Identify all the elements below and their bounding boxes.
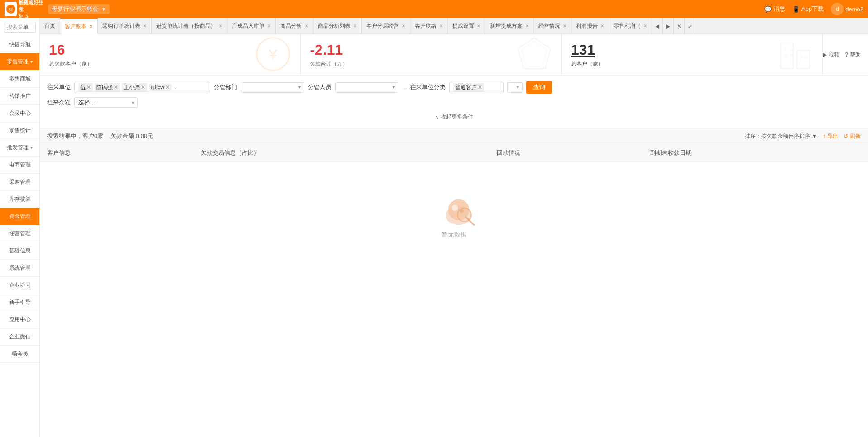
tab-commission-settings[interactable]: 提成设置 ✕ [448,18,485,34]
help-btn[interactable]: ? 帮助 [845,51,861,59]
sidebar-item-enterprise[interactable]: 企业协同 [0,277,39,294]
tab-operation-status[interactable]: 经营情况 ✕ [534,18,571,34]
tab-product-instock-close[interactable]: ✕ [267,24,271,28]
refresh-btn[interactable]: ↺ 刷新 [844,133,861,140]
sidebar-item-purchase[interactable]: 采购管理 [0,174,39,191]
person-label: 分管人员 [308,83,331,91]
sidebar-item-member[interactable]: 畅会员 [0,346,39,363]
tab-nav-right[interactable]: ▶ [663,18,674,34]
tab-expand[interactable]: ⤢ [685,18,695,34]
collapse-row: ∧ 收起更多条件 [47,111,861,123]
svg-rect-9 [790,49,792,52]
query-button[interactable]: 查询 [526,81,552,94]
tab-purchase-order-stats[interactable]: 采购订单统计表 ✕ [98,18,152,34]
tab-profit-report-close[interactable]: ✕ [600,24,604,28]
tab-purchase-order-stats-close[interactable]: ✕ [143,24,147,28]
tab-profit-report[interactable]: 利润报告 ✕ [571,18,609,34]
tab-customer-layer[interactable]: 客户分层经营 ✕ [362,18,410,34]
tag-chen-remove[interactable]: ✕ [114,84,118,90]
sidebar-item-operation[interactable]: 经营管理 [0,225,39,242]
sidebar-item-retail-mall[interactable]: 零售商城 [0,71,39,88]
sidebar-item-retail-mgmt[interactable]: 零售管理 ▾ [0,53,39,71]
tab-instock-close[interactable]: ✕ [219,24,222,28]
tab-customer-ledger-close[interactable]: ✕ [89,24,93,29]
tab-nav-left[interactable]: ◀ [652,18,663,34]
sidebar-item-finance[interactable]: 资金管理 [0,208,39,225]
tag-wang-remove[interactable]: ✕ [141,84,145,90]
tab-operation-status-close[interactable]: ✕ [563,24,566,28]
export-icon: ↑ [823,133,825,139]
tag-normal-customer-remove[interactable]: ✕ [478,84,482,90]
debt-customers-value: 16 [49,42,92,58]
logo-area: 好 畅捷通好生意 标版 [5,0,44,19]
remain-select-wrapper[interactable]: 选择... [74,97,138,108]
tab-customer-ledger[interactable]: 客户账本 ✕ [60,18,98,34]
collapse-btn[interactable]: ∧ 收起更多条件 [431,111,477,123]
person-select-wrapper[interactable] [335,82,398,93]
tag-wu-remove[interactable]: ✕ [86,84,91,90]
video-label: 视频 [829,51,839,59]
tag-wu: 伍 ✕ [78,83,93,92]
sidebar-item-wechat[interactable]: 企业微信 [0,328,39,346]
messages-btn[interactable]: 💬 消息 [764,5,785,13]
tag-cjttcw-remove[interactable]: ✕ [165,84,170,90]
app-download-btn[interactable]: 📱 App下载 [792,5,824,13]
sort-select[interactable]: 排序：按欠款金额倒序排序 ▼ [745,133,817,140]
search-input[interactable] [4,22,36,33]
person-select[interactable] [335,82,398,93]
unit-type-select[interactable] [507,82,523,93]
sidebar-item-system[interactable]: 系统管理 [0,260,39,277]
tab-product-analysis-close[interactable]: ✕ [305,24,308,28]
sidebar-item-member-center[interactable]: 会员中心 [0,105,39,122]
tab-commission-settings-close[interactable]: ✕ [477,24,480,28]
tab-new-commission-close[interactable]: ✕ [525,24,529,28]
video-btn[interactable]: ▶ 视频 [823,51,839,59]
tab-product-instock[interactable]: 产成品入库单 ✕ [227,18,276,34]
sidebar-item-inventory[interactable]: 库存核算 [0,191,39,208]
tab-instock-stats[interactable]: 进货单统计表（按商品） ✕ [152,18,227,34]
tab-retail-profit[interactable]: 零售利润（ ✕ [609,18,652,34]
tab-customer-layer-close[interactable]: ✕ [402,24,405,28]
more-tags-btn[interactable]: ... [173,84,178,90]
tab-product-analysis-list-close[interactable]: ✕ [353,24,357,28]
sidebar-item-marketing[interactable]: 营销推广 [0,88,39,105]
empty-icon [436,189,472,225]
export-btn[interactable]: ↑ 导出 [823,133,838,140]
svg-rect-12 [800,56,803,59]
tab-home[interactable]: 首页 [40,18,60,34]
sidebar-item-ecommerce[interactable]: 电商管理 [0,157,39,174]
top-right: 💬 消息 📱 App下载 d demo2 [764,3,863,15]
sidebar-item-app-center[interactable]: 应用中心 [0,311,39,328]
tab-customer-contact-close[interactable]: ✕ [439,24,443,28]
dept-select[interactable] [241,82,304,93]
total-customers-value: 131 [571,42,604,58]
dept-select-wrapper[interactable] [241,82,304,93]
sidebar-item-newbie[interactable]: 新手引导 [0,294,39,311]
tab-product-analysis[interactable]: 商品分析 ✕ [276,18,313,34]
sidebar-item-quick-nav[interactable]: 快捷导航 [0,36,39,53]
unit-tag-input[interactable]: 伍 ✕ 陈民强 ✕ 王小亮 ✕ [74,82,210,93]
tab-close-all[interactable]: ✕ [674,18,685,34]
sidebar-item-base-info[interactable]: 基础信息 [0,242,39,260]
more-dots[interactable]: ... [402,84,407,90]
workspace-arrow: ▼ [101,7,106,12]
svg-rect-13 [804,56,807,59]
workspace-selector[interactable]: 母婴行业演示帐套 ▼ [48,4,110,14]
tab-customer-contact[interactable]: 客户联络 ✕ [410,18,448,34]
empty-state: 暂无数据 [40,162,868,266]
tab-retail-profit-close[interactable]: ✕ [643,24,647,28]
stat-diamond-icon [516,36,552,74]
user-menu[interactable]: d demo2 [831,3,863,15]
tag-wang: 王小亮 ✕ [122,83,147,92]
stat-debt-customers: ¥ 16 总欠款客户（家） [40,34,301,75]
svg-rect-10 [784,54,787,57]
sidebar-item-wholesale[interactable]: 批发管理 ▾ [0,139,39,157]
svg-rect-8 [784,49,787,52]
debt-total-value: -2.11 [310,42,348,58]
remain-select[interactable]: 选择... [74,97,138,108]
tab-product-analysis-list[interactable]: 商品分析列表 ✕ [313,18,362,34]
unit-type-select-wrapper[interactable] [507,82,523,93]
unit-type-tag-input[interactable]: 普通客户 ✕ [449,82,504,93]
tab-new-commission[interactable]: 新增提成方案 ✕ [485,18,534,34]
sidebar-item-retail-stats[interactable]: 零售统计 [0,122,39,139]
